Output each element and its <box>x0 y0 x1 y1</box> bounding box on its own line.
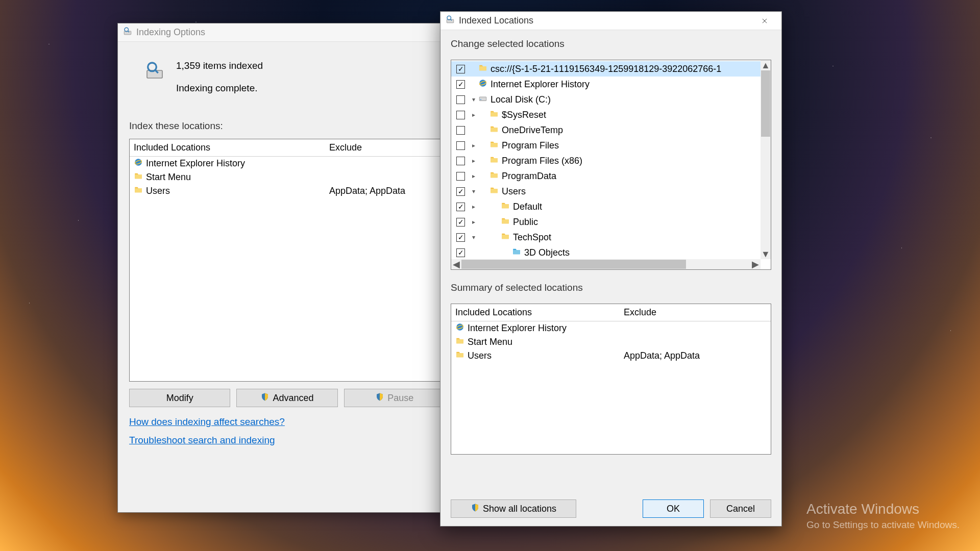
checkbox[interactable]: ✓ <box>456 187 465 196</box>
troubleshoot-link[interactable]: Troubleshoot search and indexing <box>129 435 445 446</box>
tree-item[interactable]: ▾Local Disk (C:) <box>451 92 761 107</box>
expand-toggle[interactable]: ▸ <box>469 203 478 210</box>
indexing-icon <box>144 60 165 83</box>
dialog-title: Indexing Options <box>136 27 205 38</box>
tree-item[interactable]: ✓▾Users <box>451 184 761 199</box>
folder-icon <box>501 201 510 213</box>
shield-icon <box>471 503 480 515</box>
tree-item[interactable]: ▸$SysReset <box>451 107 761 122</box>
tree-item-label: 3D Objects <box>524 247 570 258</box>
checkbox[interactable] <box>456 95 465 104</box>
locations-tree: ✓csc://{S-1-5-21-1119156349-1259918129-3… <box>451 60 771 270</box>
scroll-down-icon[interactable]: ▼ <box>761 249 771 259</box>
scroll-thumb[interactable] <box>461 260 686 269</box>
included-locations-table: Included Locations Exclude Internet Expl… <box>129 139 445 382</box>
scroll-right-icon[interactable]: ▶ <box>750 259 761 270</box>
indexed-locations-dialog: Indexed Locations Change selected locati… <box>440 11 782 527</box>
folder-icon <box>489 170 499 182</box>
tree-item[interactable]: ✓▾TechSpot <box>451 230 761 245</box>
tree-item[interactable]: ▸Program Files <box>451 138 761 153</box>
tree-item-label: Internet Explorer History <box>491 79 590 90</box>
location-name: Internet Explorer History <box>146 158 245 169</box>
checkbox[interactable]: ✓ <box>456 248 465 257</box>
scroll-thumb[interactable] <box>761 70 770 137</box>
dialog-title: Indexed Locations <box>459 15 533 26</box>
tree-item-label: Program Files <box>502 140 559 151</box>
how-indexing-affects-link[interactable]: How does indexing affect searches? <box>129 416 445 428</box>
titlebar[interactable]: Indexed Locations <box>440 12 781 30</box>
table-row[interactable]: Internet Explorer History <box>451 321 771 335</box>
indexing-options-dialog: Indexing Options 1,359 items indexed Ind… <box>117 23 457 513</box>
column-header-exclude[interactable]: Exclude <box>329 142 440 153</box>
ie-icon <box>134 158 143 169</box>
checkbox[interactable] <box>456 141 465 150</box>
expand-toggle[interactable]: ▾ <box>469 234 478 241</box>
checkbox[interactable] <box>456 126 465 135</box>
location-name: Users <box>146 186 170 196</box>
tree-item[interactable]: ✓▸Public <box>451 214 761 230</box>
expand-toggle[interactable]: ▸ <box>469 142 478 149</box>
ie-icon <box>478 79 487 90</box>
column-header-included[interactable]: Included Locations <box>455 307 624 318</box>
tree-item[interactable]: ▸ProgramData <box>451 168 761 184</box>
column-header-exclude[interactable]: Exclude <box>624 307 767 318</box>
expand-toggle[interactable]: ▸ <box>469 157 478 164</box>
tree-item[interactable]: ✓Internet Explorer History <box>451 77 761 92</box>
shield-icon <box>260 392 270 404</box>
tree-item-label: Default <box>513 202 542 212</box>
items-indexed-text: 1,359 items indexed <box>176 60 263 71</box>
tree-item-label: Public <box>513 217 538 228</box>
pause-button[interactable]: Pause <box>344 389 445 407</box>
checkbox[interactable]: ✓ <box>456 203 465 211</box>
expand-toggle[interactable]: ▸ <box>469 111 478 118</box>
checkbox[interactable] <box>456 172 465 181</box>
checkbox[interactable] <box>456 157 465 165</box>
tree-item[interactable]: ✓3D Objects <box>451 245 761 260</box>
expand-toggle[interactable]: ▾ <box>469 188 478 195</box>
vertical-scrollbar[interactable]: ▲ ▼ <box>761 60 771 259</box>
table-row[interactable]: Internet Explorer History <box>130 157 445 170</box>
folder-icon <box>134 185 143 197</box>
tree-item-label: OneDriveTemp <box>502 125 563 136</box>
tree-item-label: ProgramData <box>502 171 556 182</box>
close-button[interactable] <box>753 13 776 29</box>
table-row[interactable]: UsersAppData; AppData <box>130 184 445 198</box>
ok-button[interactable]: OK <box>643 499 704 518</box>
tree-item[interactable]: ✓▸Default <box>451 199 761 214</box>
scroll-left-icon[interactable]: ◀ <box>451 259 461 270</box>
table-row[interactable]: Start Menu <box>451 335 771 349</box>
folder-blue-icon <box>512 247 521 259</box>
advanced-button[interactable]: Advanced <box>236 389 337 407</box>
location-name: Start Menu <box>468 337 512 347</box>
expand-toggle[interactable]: ▾ <box>469 96 478 103</box>
titlebar[interactable]: Indexing Options <box>118 23 456 42</box>
table-row[interactable]: Start Menu <box>130 170 445 184</box>
tree-item-label: $SysReset <box>502 110 546 120</box>
checkbox[interactable]: ✓ <box>456 233 465 242</box>
expand-toggle[interactable]: ▸ <box>469 172 478 180</box>
scroll-up-icon[interactable]: ▲ <box>761 60 771 70</box>
checkbox[interactable]: ✓ <box>456 218 465 227</box>
tree-item[interactable]: OneDriveTemp <box>451 122 761 138</box>
checkbox[interactable] <box>456 111 465 119</box>
folder-icon <box>455 336 464 348</box>
tree-item[interactable]: ▸Program Files (x86) <box>451 153 761 168</box>
cancel-button[interactable]: Cancel <box>710 499 771 518</box>
tree-item-label: csc://{S-1-5-21-1119156349-1259918129-39… <box>491 64 721 74</box>
expand-toggle[interactable]: ▸ <box>469 218 478 226</box>
table-row[interactable]: UsersAppData; AppData <box>451 349 771 363</box>
modify-button[interactable]: Modify <box>129 389 230 407</box>
change-locations-label: Change selected locations <box>451 38 771 49</box>
checkbox[interactable]: ✓ <box>456 80 465 89</box>
folder-icon <box>455 350 464 362</box>
folder-icon <box>489 140 499 152</box>
horizontal-scrollbar[interactable]: ◀ ▶ <box>451 259 761 269</box>
folder-icon <box>501 232 510 243</box>
column-header-included[interactable]: Included Locations <box>134 142 329 153</box>
drive-icon <box>478 94 487 106</box>
location-name: Users <box>468 350 492 361</box>
checkbox[interactable]: ✓ <box>456 65 465 73</box>
folder-icon <box>489 109 499 121</box>
show-all-locations-button[interactable]: Show all locations <box>451 499 576 518</box>
tree-item[interactable]: ✓csc://{S-1-5-21-1119156349-1259918129-3… <box>451 61 761 77</box>
